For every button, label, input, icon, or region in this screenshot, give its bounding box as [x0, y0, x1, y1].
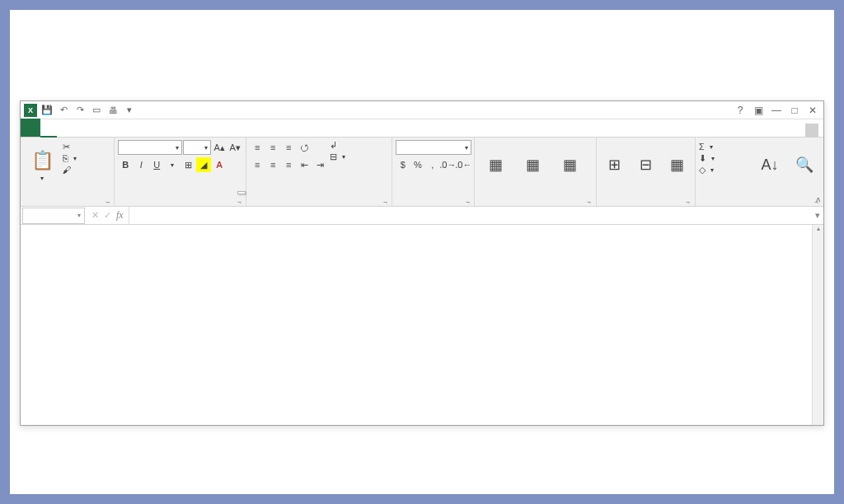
- qat-redo-icon[interactable]: ↷: [73, 104, 87, 117]
- group-label: [250, 203, 388, 206]
- tab-review[interactable]: [123, 119, 139, 137]
- binoculars-icon: 🔍: [795, 155, 814, 176]
- format-as-table-button[interactable]: ▦: [515, 140, 550, 191]
- close-icon[interactable]: ✕: [807, 105, 818, 116]
- eraser-icon: ◇: [699, 165, 706, 175]
- tab-insert[interactable]: [57, 119, 73, 137]
- align-middle-icon[interactable]: ≡: [265, 140, 280, 155]
- ribbon-options-icon[interactable]: ▣: [753, 105, 764, 116]
- tab-file[interactable]: [21, 119, 40, 137]
- fill-button[interactable]: ⬇▾: [699, 153, 752, 163]
- currency-icon[interactable]: $: [396, 157, 410, 172]
- chevron-down-icon[interactable]: ▾: [165, 157, 180, 172]
- increase-font-icon[interactable]: A▴: [212, 140, 227, 155]
- expand-formula-bar-icon[interactable]: ▾: [812, 210, 823, 221]
- find-select-button[interactable]: 🔍: [788, 140, 820, 191]
- excel-logo-icon: X: [24, 104, 37, 117]
- sort-filter-button[interactable]: A↓: [754, 140, 786, 191]
- cut-button[interactable]: ✂: [63, 142, 77, 152]
- table-icon: ▦: [526, 155, 540, 176]
- font-size-select[interactable]: ▾: [183, 140, 211, 155]
- enter-formula-icon[interactable]: ✓: [104, 210, 111, 221]
- percent-icon[interactable]: %: [410, 157, 424, 172]
- avatar-icon: [805, 124, 818, 137]
- orientation-icon[interactable]: ⭯: [297, 140, 312, 155]
- title-bar: X 💾 ↶ ↷ ▭ 🖶 ▾ ? ▣ — □ ✕: [21, 101, 823, 119]
- clear-button[interactable]: ◇▾: [699, 165, 752, 175]
- ribbon-tabs: [21, 119, 823, 138]
- tab-page-layout[interactable]: [73, 119, 90, 137]
- insert-icon: ⊞: [608, 155, 621, 176]
- paste-button[interactable]: 📋 ▾: [24, 140, 60, 191]
- decrease-decimal-icon[interactable]: .0←: [456, 157, 471, 172]
- sort-icon: A↓: [762, 155, 779, 176]
- wrap-text-button[interactable]: ↲: [330, 140, 345, 150]
- group-styles: ▦ ▦ ▦: [475, 138, 597, 206]
- autosum-button[interactable]: Σ▾: [699, 142, 752, 152]
- font-color-button[interactable]: A: [212, 157, 227, 172]
- qat-save-icon[interactable]: 💾: [40, 104, 54, 117]
- minimize-icon[interactable]: —: [771, 105, 782, 116]
- tab-formulas[interactable]: [90, 119, 106, 137]
- qat-print-icon[interactable]: 🖶: [106, 104, 120, 117]
- format-icon: ▦: [670, 155, 684, 176]
- format-cells-button[interactable]: ▦: [663, 140, 692, 191]
- insert-cells-button[interactable]: ⊞: [600, 140, 629, 191]
- cond-format-icon: ▦: [489, 155, 503, 176]
- merge-center-button[interactable]: ⊟▾: [330, 152, 345, 161]
- ribbon: 📋 ▾ ✂ ⎘▾ 🖌 ▾: [21, 138, 823, 207]
- help-icon[interactable]: ?: [734, 105, 746, 116]
- decrease-indent-icon[interactable]: ⇤: [297, 157, 312, 172]
- chevron-down-icon: ▾: [77, 212, 81, 219]
- italic-button[interactable]: I: [134, 157, 148, 172]
- group-alignment: ≡ ≡ ≡ ⭯ ≡ ≡ ≡ ⇤ ⇥: [246, 138, 392, 206]
- qat-undo-icon[interactable]: ↶: [57, 104, 70, 117]
- group-clipboard: 📋 ▾ ✂ ⎘▾ 🖌: [21, 138, 115, 206]
- comma-icon[interactable]: ,: [425, 157, 439, 172]
- align-top-icon[interactable]: ≡: [250, 140, 265, 155]
- tab-view[interactable]: [139, 119, 156, 137]
- fill-down-icon: ⬇: [699, 153, 706, 163]
- tab-home[interactable]: [40, 119, 57, 138]
- formula-bar: ▾ ✕ ✓ fx ▾: [21, 207, 823, 225]
- sign-in-link[interactable]: [802, 124, 823, 137]
- conditional-formatting-button[interactable]: ▦: [478, 140, 513, 191]
- align-right-icon[interactable]: ≡: [281, 157, 296, 172]
- name-box[interactable]: ▾: [22, 208, 85, 224]
- collapse-ribbon-icon[interactable]: ʌ: [816, 195, 820, 203]
- maximize-icon[interactable]: □: [789, 105, 800, 116]
- formula-buttons: ✕ ✓ fx: [87, 207, 129, 224]
- vertical-scrollbar[interactable]: ▴: [812, 225, 823, 425]
- font-name-select[interactable]: ▾: [118, 140, 182, 155]
- cell-styles-button[interactable]: ▦: [552, 140, 587, 191]
- align-left-icon[interactable]: ≡: [250, 157, 265, 172]
- chevron-down-icon: ▾: [40, 175, 44, 183]
- tab-data[interactable]: [106, 119, 123, 137]
- group-label: [24, 203, 110, 206]
- align-center-icon[interactable]: ≡: [265, 157, 280, 172]
- increase-decimal-icon[interactable]: .0→: [440, 157, 455, 172]
- group-label: [396, 203, 471, 206]
- border-button[interactable]: ⊞: [181, 157, 195, 172]
- fill-color-button[interactable]: ◢: [196, 157, 211, 172]
- underline-button[interactable]: U: [149, 157, 164, 172]
- number-format-select[interactable]: ▾: [396, 140, 471, 155]
- delete-icon: ⊟: [640, 155, 652, 176]
- copy-button[interactable]: ⎘▾: [63, 153, 77, 163]
- increase-indent-icon[interactable]: ⇥: [312, 157, 327, 172]
- formula-input[interactable]: [129, 207, 812, 224]
- format-painter-button[interactable]: 🖌: [63, 165, 77, 175]
- group-editing: Σ▾ ⬇▾ ◇▾ A↓ 🔍: [696, 138, 823, 206]
- group-number: ▾ $ % , .0→ .0←: [392, 138, 475, 206]
- qat-window-icon[interactable]: ▭: [90, 104, 103, 117]
- fx-icon[interactable]: fx: [116, 209, 124, 222]
- delete-cells-button[interactable]: ⊟: [631, 140, 660, 191]
- bold-button[interactable]: B: [118, 157, 133, 172]
- worksheet-grid[interactable]: ▴: [21, 225, 823, 425]
- cancel-formula-icon[interactable]: ✕: [91, 210, 99, 221]
- group-cells: ⊞ ⊟ ▦: [597, 138, 696, 206]
- align-bottom-icon[interactable]: ≡: [281, 140, 296, 155]
- scroll-up-icon[interactable]: ▴: [813, 225, 823, 232]
- qat-customize-icon[interactable]: ▾: [123, 104, 136, 117]
- decrease-font-icon[interactable]: A▾: [227, 140, 242, 155]
